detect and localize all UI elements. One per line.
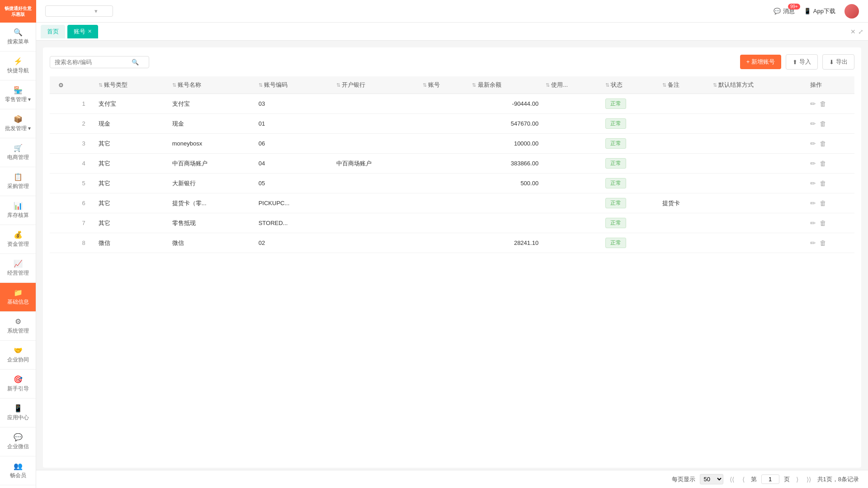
sidebar-icon: 📊: [14, 202, 23, 210]
sidebar-item-畅会员[interactable]: 👥 畅会员: [0, 456, 36, 485]
sidebar-item-批发管理[interactable]: 📦 批发管理 ▾: [0, 109, 36, 138]
row-default-payment: [709, 213, 807, 233]
row-index: 3: [72, 134, 95, 154]
row-usage: [542, 114, 602, 134]
row-index: 6: [72, 193, 95, 213]
table-row: 6 其它 提货卡（零... PICKUPC... 正常 提货卡 ✏ 🗑: [50, 193, 854, 213]
col-remark[interactable]: 备注: [659, 76, 709, 94]
tab-home[interactable]: 首页: [41, 25, 65, 38]
per-page-select[interactable]: 50 100 200: [700, 474, 723, 484]
row-account: [419, 154, 469, 174]
search-box[interactable]: 🔍: [50, 56, 149, 68]
sidebar-item-基础信息[interactable]: 📁 基础信息: [0, 283, 36, 312]
sidebar-icon: 📱: [14, 404, 23, 413]
tab-close-icon[interactable]: ✕: [850, 28, 856, 35]
row-default-payment: [709, 134, 807, 154]
last-page-btn[interactable]: ⟩⟩: [805, 475, 813, 484]
edit-button[interactable]: ✏: [810, 160, 816, 168]
sidebar-item-企业微信[interactable]: 💬 企业微信: [0, 427, 36, 456]
table-row: 1 支付宝 支付宝 03 -90444.00 正常 ✏ 🗑: [50, 94, 854, 114]
sidebar-item-库存核算[interactable]: 📊 库存核算: [0, 196, 36, 225]
edit-button[interactable]: ✏: [810, 239, 816, 247]
col-bank[interactable]: 开户银行: [333, 76, 419, 94]
col-name[interactable]: 账号名称: [169, 76, 255, 94]
col-usage[interactable]: 使用...: [542, 76, 602, 94]
sidebar-item-资金管理[interactable]: 💰 资金管理: [0, 225, 36, 254]
sidebar-item-label: 企业协同: [7, 356, 29, 364]
row-remark: [659, 134, 709, 154]
sidebar-icon: ⚡: [14, 57, 23, 66]
header-dropdown-icon[interactable]: ▾: [94, 8, 98, 14]
sidebar-item-电商管理[interactable]: 🛒 电商管理: [0, 138, 36, 167]
edit-button[interactable]: ✏: [810, 100, 816, 108]
sidebar-item-应用中心[interactable]: 📱 应用中心: [0, 399, 36, 427]
delete-button[interactable]: 🗑: [820, 160, 826, 168]
export-label: 导出: [836, 58, 848, 66]
sidebar-item-新手引导[interactable]: 🎯 新手引导: [0, 370, 36, 399]
tab-account[interactable]: 账号 ✕: [67, 25, 98, 38]
row-account: [419, 114, 469, 134]
header-search-box[interactable]: ▾: [45, 5, 113, 17]
col-settings[interactable]: ⚙: [50, 76, 72, 94]
tab-account-label: 账号: [74, 28, 85, 36]
col-default-payment[interactable]: 默认结算方式: [709, 76, 807, 94]
sidebar-item-企业协同[interactable]: 🤝 企业协同: [0, 341, 36, 370]
edit-button[interactable]: ✏: [810, 219, 816, 227]
delete-button[interactable]: 🗑: [820, 219, 826, 227]
sidebar-item-搜索菜单[interactable]: 🔍 搜索菜单: [0, 23, 36, 52]
col-code[interactable]: 账号编码: [255, 76, 333, 94]
search-icon[interactable]: 🔍: [132, 59, 139, 66]
app-logo: 畅捷通好生意 乐惠版: [0, 0, 36, 23]
delete-button[interactable]: 🗑: [820, 140, 826, 148]
edit-button[interactable]: ✏: [810, 140, 816, 148]
sidebar-item-label: 系统管理: [7, 327, 29, 335]
sidebar-item-系统管理[interactable]: ⚙ 系统管理: [0, 312, 36, 341]
row-usage: [542, 233, 602, 253]
sidebar-nav: 🔍 搜索菜单 ⚡ 快捷导航 🏪 零售管理 ▾ 📦 批发管理 ▾ 🛒 电商管理 📋…: [0, 23, 36, 488]
first-page-btn[interactable]: ⟨⟨: [728, 475, 736, 484]
add-account-button[interactable]: + 新增账号: [740, 55, 781, 69]
delete-button[interactable]: 🗑: [820, 199, 826, 207]
next-page-btn[interactable]: ⟩: [794, 475, 800, 484]
col-account[interactable]: 账号: [419, 76, 469, 94]
sidebar-item-零售管理[interactable]: 🏪 零售管理 ▾: [0, 80, 36, 109]
row-index: 4: [72, 154, 95, 174]
export-button[interactable]: ⬇ 导出: [822, 54, 854, 70]
import-button[interactable]: ⬆ 导入: [786, 54, 818, 70]
tab-account-close[interactable]: ✕: [88, 28, 92, 34]
header-search-input[interactable]: [49, 8, 94, 14]
row-bank: [333, 193, 419, 213]
row-code: STORED...: [255, 213, 333, 233]
app-download-btn[interactable]: 📱 App下载: [804, 7, 835, 15]
prev-page-btn[interactable]: ⟨: [741, 475, 746, 484]
sidebar-item-快捷导航[interactable]: ⚡ 快捷导航: [0, 52, 36, 80]
row-balance: -90444.00: [468, 94, 542, 114]
message-btn[interactable]: 💬 消息 99+: [774, 7, 795, 15]
table-row: 8 微信 微信 02 28241.10 正常 ✏ 🗑: [50, 233, 854, 253]
import-icon: ⬆: [793, 59, 797, 66]
row-status: 正常: [602, 154, 659, 174]
col-status[interactable]: 状态: [602, 76, 659, 94]
edit-button[interactable]: ✏: [810, 179, 816, 188]
col-balance[interactable]: 最新余额: [468, 76, 542, 94]
page-input[interactable]: [761, 474, 779, 484]
row-settings: [50, 193, 72, 213]
tab-expand-icon[interactable]: ⤢: [858, 28, 863, 35]
sidebar-item-采购管理[interactable]: 📋 采购管理: [0, 167, 36, 196]
delete-button[interactable]: 🗑: [820, 120, 826, 128]
app-download-label: App下载: [813, 7, 835, 15]
status-badge: 正常: [605, 158, 626, 169]
delete-button[interactable]: 🗑: [820, 100, 826, 108]
edit-button[interactable]: ✏: [810, 120, 816, 128]
sidebar-item-label: 新手引导: [7, 385, 29, 393]
search-input[interactable]: [55, 59, 132, 66]
sidebar-item-经营管理[interactable]: 📈 经营管理: [0, 254, 36, 283]
status-badge: 正常: [605, 99, 626, 109]
edit-button[interactable]: ✏: [810, 199, 816, 207]
table-body: 1 支付宝 支付宝 03 -90444.00 正常 ✏ 🗑 2 现金 现金 01…: [50, 94, 854, 253]
delete-button[interactable]: 🗑: [820, 179, 826, 188]
sidebar-icon: 🏪: [14, 86, 23, 94]
delete-button[interactable]: 🗑: [820, 239, 826, 247]
col-type[interactable]: 账号类型: [95, 76, 169, 94]
user-avatar[interactable]: [844, 4, 859, 19]
